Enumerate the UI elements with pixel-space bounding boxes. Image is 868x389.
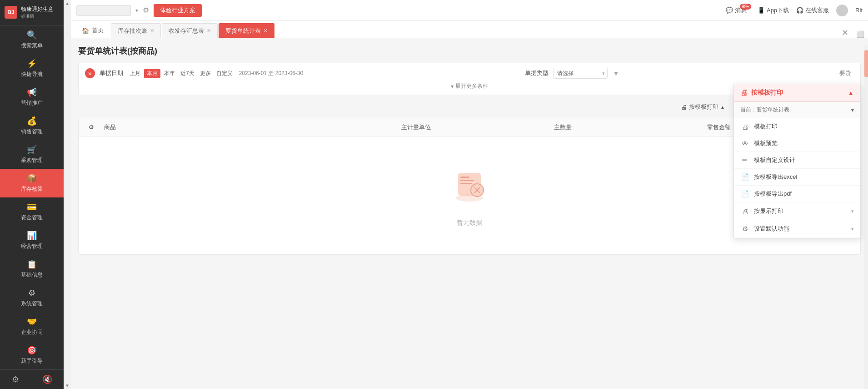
sidebar-item-operations[interactable]: 📊 经营管理 <box>0 226 64 255</box>
svg-rect-3 <box>460 180 474 181</box>
tab-close-order-stats[interactable]: ✕ <box>264 28 268 34</box>
date-btn-custom[interactable]: 自定义 <box>215 69 234 78</box>
topbar-right: 💬 消息 99+ 📱 App下载 🎧 在线客服 Rit <box>726 5 863 16</box>
sidebar-item-finance[interactable]: 💳 资金管理 <box>0 197 64 226</box>
tab-receipt-summary[interactable]: 收发存汇总表 ✕ <box>162 23 218 38</box>
dropdown-item-display-print[interactable]: 🖨 按显示打印 ▾ <box>734 202 860 220</box>
type-label: 单据类型 <box>525 69 549 77</box>
th-goods: 商品 <box>100 123 397 131</box>
type-select-wrapper: 请选择 <box>553 68 608 79</box>
th-qty: 主数量 <box>549 123 703 131</box>
svg-rect-2 <box>460 177 469 178</box>
sidebar-item-guide[interactable]: 🎯 新手引导 <box>0 341 64 369</box>
date-btn-7days[interactable]: 近7天 <box>179 69 196 78</box>
scroll-down-icon[interactable]: ▼ <box>65 383 70 388</box>
logo-text: 畅康通好生意 标准版 <box>21 5 54 20</box>
tab-close-receipt-summary[interactable]: ✕ <box>207 28 211 34</box>
sidebar-item-inventory[interactable]: 📦 库存核算 <box>0 169 64 197</box>
expand-icon: ▾ <box>451 83 454 90</box>
display-print-arrow-icon: ▾ <box>851 208 854 214</box>
dropdown-item-template-excel[interactable]: 📄 按模板导出excel <box>734 169 860 186</box>
sidebar-logo: BJ 畅康通好生意 标准版 <box>0 0 64 25</box>
right-scrollbar[interactable] <box>864 45 868 389</box>
maximize-window-button[interactable]: ⬜ <box>853 30 868 38</box>
date-buttons: 上月 本月 本年 近7天 更多 自定义 <box>128 69 234 78</box>
date-btn-this-month[interactable]: 本月 <box>144 69 160 78</box>
template-print-item-icon: 🖨 <box>740 123 749 131</box>
avatar[interactable] <box>836 5 848 16</box>
dropdown-item-template-print[interactable]: 🖨 模板打印 <box>734 118 860 135</box>
order-type-label: 要货 <box>839 69 851 77</box>
scroll-up-icon[interactable]: ▲ <box>65 1 70 6</box>
app-download-button[interactable]: 📱 App下载 <box>758 6 789 15</box>
sidebar-item-search[interactable]: 🔍 搜索菜单 <box>0 25 64 54</box>
collab-icon: 🤝 <box>27 317 37 327</box>
sidebar-nav: 🔍 搜索菜单 ⚡ 快捷导航 📢 营销推广 💰 销售管理 🛒 采购管理 📦 库存核… <box>0 25 64 369</box>
date-btn-last-month[interactable]: 上月 <box>128 69 142 78</box>
dropdown-header-left: 🖨 按模板打印 <box>740 89 783 97</box>
template-excel-item-icon: 📄 <box>740 173 749 181</box>
left-scrollbar[interactable]: ▲ ▼ <box>64 0 71 389</box>
tab-inventory-batch[interactable]: 库存批次账 ✕ <box>111 23 161 38</box>
template-design-item-icon: ✏ <box>740 156 749 164</box>
dropdown-item-template-design[interactable]: ✏ 模板自定义设计 <box>734 152 860 169</box>
print-icon: 🖨 <box>681 104 687 111</box>
settings-bottom-icon[interactable]: ⚙ <box>12 374 19 384</box>
dropdown-item-template-pdf[interactable]: 📄 按模板导出pdf <box>734 186 860 202</box>
logo-icon: BJ <box>5 6 17 19</box>
scrollbar-thumb[interactable] <box>864 50 868 77</box>
tab-close-inventory-batch[interactable]: ✕ <box>150 28 154 34</box>
default-func-arrow-icon: ▾ <box>851 226 854 232</box>
expand-more-button[interactable]: ▾ 展开更多条件 <box>451 82 488 90</box>
message-button[interactable]: 💬 消息 99+ <box>726 6 747 15</box>
date-btn-more[interactable]: 更多 <box>198 69 213 78</box>
marketing-icon: 📢 <box>27 87 37 97</box>
filter-row: » 单据日期 上月 本月 本年 近7天 更多 自定义 2023-06-01 至 … <box>85 68 854 79</box>
template-preview-item-icon: 👁 <box>740 140 749 147</box>
sidebar-item-marketing[interactable]: 📢 营销推广 <box>0 83 64 111</box>
print-button[interactable]: 🖨 按模板打印 ▲ <box>678 101 728 113</box>
topbar: ▾ ⚙ 体验行业方案 💬 消息 99+ 📱 App下载 🎧 在线客服 Rit <box>71 0 868 21</box>
close-window-button[interactable]: ✕ <box>838 28 852 38</box>
search-input[interactable] <box>76 5 131 16</box>
print-chevron-icon: ▲ <box>720 105 725 110</box>
dropdown-header: 🖨 按模板打印 ▲ <box>734 84 860 102</box>
main-area: ▾ ⚙ 体验行业方案 💬 消息 99+ 📱 App下载 🎧 在线客服 Rit 🏠 <box>71 0 868 389</box>
shortcut-icon: ⚡ <box>27 59 37 69</box>
sidebar-item-system[interactable]: ⚙ 系统管理 <box>0 283 64 312</box>
search-chevron-icon[interactable]: ▾ <box>135 7 138 14</box>
audio-bottom-icon[interactable]: 🔇 <box>42 374 52 384</box>
system-icon: ⚙ <box>28 288 35 298</box>
dropdown-item-default-func[interactable]: ⚙ 设置默认功能 ▾ <box>734 220 860 238</box>
sidebar: BJ 畅康通好生意 标准版 🔍 搜索菜单 ⚡ 快捷导航 📢 营销推广 💰 销售管… <box>0 0 64 389</box>
sidebar-item-shortcut[interactable]: ⚡ 快捷导航 <box>0 54 64 83</box>
topbar-gear-icon[interactable]: ⚙ <box>143 6 149 15</box>
tab-order-stats[interactable]: 要货单统计表 ✕ <box>219 23 274 38</box>
operations-icon: 📊 <box>27 231 37 241</box>
type-select[interactable]: 请选择 <box>553 68 608 79</box>
svg-rect-4 <box>460 183 472 184</box>
filter-expand-button[interactable]: » <box>85 68 95 78</box>
template-pdf-item-icon: 📄 <box>740 190 749 198</box>
date-btn-this-year[interactable]: 本年 <box>162 69 177 78</box>
sidebar-item-purchase[interactable]: 🛒 采购管理 <box>0 140 64 169</box>
username-label: Rit <box>855 7 863 14</box>
type-select-chevron-icon[interactable]: ▾ <box>614 68 618 78</box>
dropdown-collapse-icon[interactable]: ▲ <box>848 89 854 96</box>
sales-icon: 💰 <box>27 116 37 126</box>
dropdown-item-template-preview[interactable]: 👁 模板预览 <box>734 135 860 152</box>
tab-home[interactable]: 🏠 首页 <box>75 23 110 38</box>
guide-icon: 🎯 <box>27 345 37 355</box>
trial-button[interactable]: 体验行业方案 <box>154 4 202 17</box>
sidebar-item-basic[interactable]: 📋 基础信息 <box>0 255 64 283</box>
online-service-button[interactable]: 🎧 在线客服 <box>796 6 829 15</box>
template-print-dropdown: 🖨 按模板打印 ▲ 当前：要货单统计表 ▾ 🖨 模板打印 👁 模板预览 ✏ 模板… <box>733 84 861 238</box>
sidebar-item-sales[interactable]: 💰 销售管理 <box>0 111 64 140</box>
th-gear[interactable]: ⚙ <box>83 124 100 131</box>
sidebar-item-collab[interactable]: 🤝 企业协同 <box>0 312 64 341</box>
page-title: 要货单统计表(按商品) <box>78 45 861 56</box>
dropdown-current-chevron-icon: ▾ <box>851 107 854 113</box>
home-icon: 🏠 <box>82 27 89 34</box>
app-download-icon: 📱 <box>758 7 765 14</box>
page-content: 要货单统计表(按商品) » 单据日期 上月 本月 本年 近7天 更多 自定义 2… <box>71 38 868 389</box>
